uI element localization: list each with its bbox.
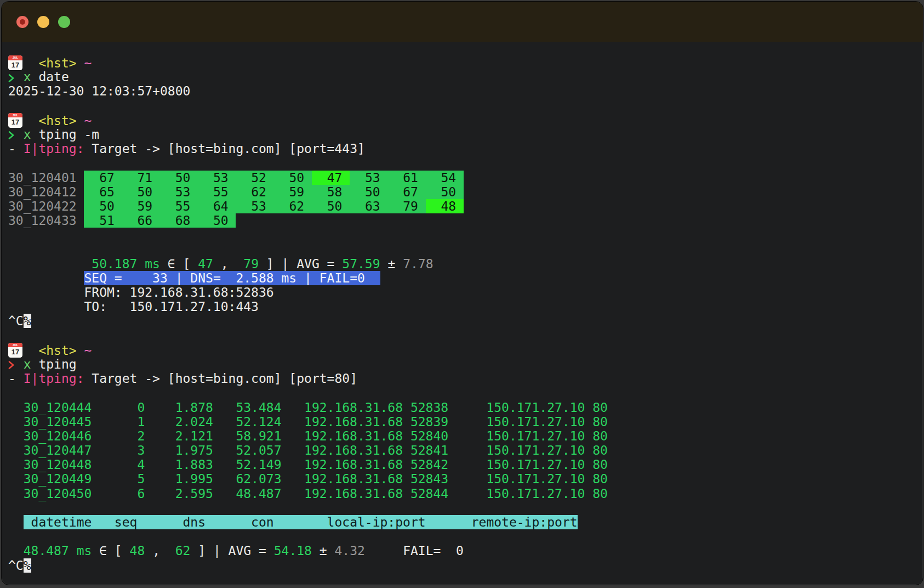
terminal-text: 52 bbox=[236, 171, 273, 185]
ping-row: 30_120444 0 1.878 53.484 192.168.31.68 5… bbox=[8, 400, 608, 415]
command-text: tping bbox=[31, 357, 77, 371]
ping-row: 30_120445 1 2.024 52.124 192.168.31.68 5… bbox=[8, 415, 608, 429]
terminal-line: - I|tping: Target -> [host=bing.com] [po… bbox=[8, 142, 923, 156]
fail-count: FAIL= 0 bbox=[365, 544, 464, 558]
terminal-text: , bbox=[145, 544, 175, 558]
prompt-arrow-icon bbox=[8, 70, 16, 84]
terminal-text bbox=[8, 544, 24, 558]
terminal-text bbox=[24, 114, 39, 128]
terminal-text bbox=[77, 213, 84, 228]
terminal-text bbox=[8, 515, 24, 529]
terminal-line: x tping bbox=[8, 357, 923, 371]
terminal-text: 50 bbox=[426, 185, 464, 199]
terminal-line: 30_120445 1 2.024 52.124 192.168.31.68 5… bbox=[8, 415, 923, 429]
terminal-text: 63 bbox=[350, 199, 387, 213]
terminal-text: ] | AVG = bbox=[190, 544, 273, 558]
ping-row: 30_120446 2 2.121 58.921 192.168.31.68 5… bbox=[8, 429, 608, 443]
terminal-text: Target -> [host=bing.com] [port=80] bbox=[84, 371, 357, 386]
terminal-text: 65 bbox=[84, 185, 122, 199]
terminal-text: 50 bbox=[198, 213, 236, 228]
terminal-text: 66 bbox=[122, 213, 160, 228]
terminal-text: , bbox=[213, 257, 243, 271]
terminal-text: 61 bbox=[387, 171, 425, 185]
terminal-text bbox=[77, 199, 84, 213]
terminal-text: ± bbox=[312, 544, 335, 558]
min-rtt: 48 bbox=[130, 544, 145, 558]
matrix-min-cell: 48 bbox=[426, 199, 464, 213]
terminal-text: 58 bbox=[312, 185, 350, 199]
terminal-line: JUL17 <hst> ~ bbox=[8, 343, 923, 357]
terminal-line: JUL17 <hst> ~ bbox=[8, 113, 923, 127]
stddev: 4.32 bbox=[335, 544, 365, 558]
terminal-text bbox=[24, 343, 39, 358]
terminal-text: ∈ [ bbox=[92, 544, 129, 558]
terminal-text: x bbox=[24, 127, 31, 142]
matrix-row-label: 30_120412 bbox=[8, 185, 77, 199]
prompt-cwd: ~ bbox=[84, 343, 92, 358]
max-rtt: 79 bbox=[243, 257, 259, 271]
terminal-text: 50 bbox=[84, 199, 122, 213]
matrix-row-label: 30_120422 bbox=[8, 199, 77, 213]
window-titlebar[interactable] bbox=[2, 2, 923, 42]
terminal-text: 59 bbox=[274, 185, 312, 199]
terminal-text: 64 bbox=[198, 199, 236, 213]
calendar-icon: JUL17 bbox=[8, 113, 24, 128]
terminal-line bbox=[8, 386, 923, 400]
max-rtt: 62 bbox=[175, 544, 191, 558]
ping-row: 30_120449 5 1.995 62.073 192.168.31.68 5… bbox=[8, 472, 608, 486]
last-rtt: 48.487 ms bbox=[24, 544, 92, 558]
terminal-text: 59 bbox=[122, 199, 160, 213]
terminal-text: x bbox=[24, 70, 31, 84]
terminal-text: 50 bbox=[350, 185, 387, 199]
min-rtt: 47 bbox=[198, 257, 213, 271]
terminal-text: 68 bbox=[160, 213, 198, 228]
date-output: 2025-12-30 12:03:57+0800 bbox=[8, 84, 190, 98]
matrix-row-label: 30_120401 bbox=[8, 171, 77, 185]
terminal-line: x date bbox=[8, 70, 923, 84]
terminal-text bbox=[8, 257, 92, 271]
zoom-button[interactable] bbox=[58, 16, 70, 28]
terminal-text: 55 bbox=[198, 185, 236, 199]
terminal-content[interactable]: JUL17 <hst> ~ x date2025-12-30 12:03:57+… bbox=[2, 42, 923, 573]
terminal-text bbox=[16, 70, 24, 84]
log-tag: I|tping: bbox=[24, 371, 84, 386]
terminal-text: 79 bbox=[387, 199, 425, 213]
log-tag: I|tping: bbox=[24, 142, 84, 156]
minimize-button[interactable] bbox=[37, 16, 49, 28]
terminal-text bbox=[8, 271, 84, 285]
terminal-line: - I|tping: Target -> [host=bing.com] [po… bbox=[8, 371, 923, 386]
terminal-line: FROM: 192.168.31.68:52836 bbox=[8, 285, 923, 299]
terminal-line: 30_120422 50 59 55 64 53 62 50 63 79 48 bbox=[8, 199, 923, 213]
terminal-line bbox=[8, 242, 923, 256]
terminal-line: datetime seq dns con local-ip:port remot… bbox=[8, 515, 923, 529]
terminal-line: 30_120401 67 71 50 53 52 50 47 53 61 54 bbox=[8, 171, 923, 185]
ping-row: 30_120447 3 1.975 52.057 192.168.31.68 5… bbox=[8, 443, 608, 457]
terminal-text: 50 bbox=[160, 171, 198, 185]
terminal-line: JUL17 <hst> ~ bbox=[8, 55, 923, 70]
seq-status-bar: SEQ = 33 | DNS= 2.588 ms | FAIL=0 bbox=[84, 271, 380, 285]
terminal-line: SEQ = 33 | DNS= 2.588 ms | FAIL=0 bbox=[8, 271, 923, 285]
terminal-line: 30_120447 3 1.975 52.057 192.168.31.68 5… bbox=[8, 443, 923, 457]
partial-line-marker: % bbox=[24, 558, 31, 573]
avg-rtt: 57.59 bbox=[342, 257, 380, 271]
terminal-text bbox=[77, 171, 84, 185]
terminal-text: 51 bbox=[84, 213, 122, 228]
terminal-text: 53 bbox=[236, 199, 273, 213]
prompt-arrow-icon bbox=[8, 357, 16, 371]
terminal-text: 53 bbox=[350, 171, 387, 185]
close-button[interactable] bbox=[16, 16, 28, 28]
terminal-line: 30_120444 0 1.878 53.484 192.168.31.68 5… bbox=[8, 400, 923, 415]
terminal-text: - bbox=[8, 142, 24, 156]
terminal-line: ^C% bbox=[8, 558, 923, 573]
command-text: tping -m bbox=[31, 127, 100, 142]
terminal-text bbox=[77, 343, 84, 358]
terminal-text: 50 bbox=[122, 185, 160, 199]
prompt-host: <hst> bbox=[38, 343, 76, 358]
terminal-text: Target -> [host=bing.com] [port=443] bbox=[84, 142, 364, 156]
terminal-line bbox=[8, 228, 923, 242]
terminal-line bbox=[8, 99, 923, 113]
partial-line-marker: % bbox=[24, 314, 31, 328]
matrix-row-label: 30_120433 bbox=[8, 213, 77, 228]
ping-row: 30_120450 6 2.595 48.487 192.168.31.68 5… bbox=[8, 487, 608, 501]
terminal-line bbox=[8, 501, 923, 515]
